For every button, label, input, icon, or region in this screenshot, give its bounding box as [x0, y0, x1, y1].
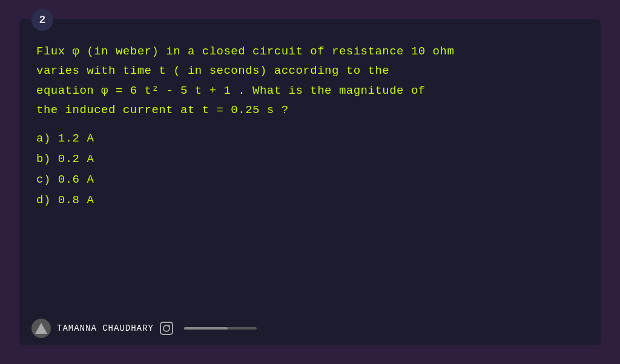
option-b-value: 0.2 A: [58, 152, 94, 166]
option-d-value: 0.8 A: [58, 193, 94, 207]
option-b[interactable]: b) 0.2 A: [36, 152, 584, 166]
option-a-value: 1.2 A: [58, 132, 94, 145]
instagram-icon[interactable]: [160, 322, 173, 335]
play-icon: [35, 323, 47, 334]
channel-name: TAMANNA CHAUDHARY: [57, 323, 154, 333]
option-a-label: a): [36, 132, 51, 145]
progress-bar[interactable]: [184, 327, 257, 330]
avatar: [31, 319, 51, 338]
option-b-label: b): [36, 152, 51, 166]
option-c-value: 0.6 A: [58, 173, 94, 186]
option-c-label: c): [36, 173, 51, 186]
question-line1: Flux φ (in weber) in a closed circuit of…: [36, 45, 454, 58]
question-line4: the induced current at t = 0.25 s ?: [36, 103, 289, 117]
page-background: 2 Flux φ (in weber) in a closed circuit …: [0, 0, 620, 364]
question-number: 2: [39, 14, 46, 26]
question-line2: varies with time t ( in seconds) accordi…: [36, 64, 389, 77]
option-d-label: d): [36, 193, 51, 207]
options-list: a) 1.2 A b) 0.2 A c) 0.6 A d) 0.8 A: [36, 132, 584, 207]
option-c[interactable]: c) 0.6 A: [36, 173, 584, 186]
option-d[interactable]: d) 0.8 A: [36, 193, 584, 207]
footer: TAMANNA CHAUDHARY: [31, 319, 257, 338]
option-a[interactable]: a) 1.2 A: [36, 132, 584, 145]
progress-fill: [184, 327, 228, 330]
question-text: Flux φ (in weber) in a closed circuit of…: [36, 42, 584, 120]
question-card: 2 Flux φ (in weber) in a closed circuit …: [19, 19, 601, 345]
question-number-badge: 2: [31, 9, 53, 31]
question-line3: equation φ = 6 t² - 5 t + 1 . What is th…: [36, 84, 426, 97]
